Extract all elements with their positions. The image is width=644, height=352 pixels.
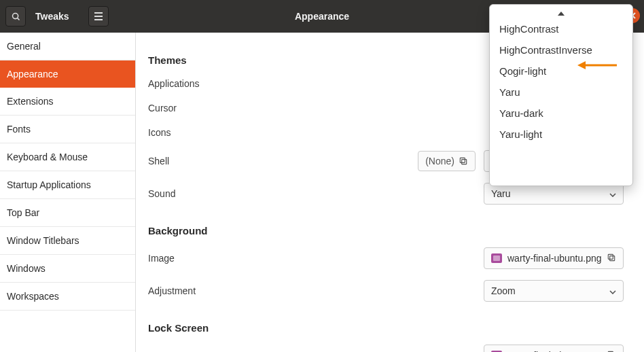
dropdown-item-label: Qogir-light xyxy=(499,65,546,77)
search-icon xyxy=(11,12,21,22)
image-file-icon xyxy=(491,253,502,263)
svg-rect-7 xyxy=(462,160,467,164)
popup-scroll-up[interactable] xyxy=(490,9,632,18)
sidebar-item-label: Extensions xyxy=(7,96,53,107)
dropdown-item-label: HighContrastInverse xyxy=(499,44,592,56)
svg-rect-8 xyxy=(460,158,465,162)
sidebar-item-label: Windows xyxy=(7,263,46,274)
dropdown-item-label: Yaru-dark xyxy=(499,107,543,119)
sidebar-item-label: Workspaces xyxy=(7,291,59,302)
bg-image-chooser[interactable]: warty-final-ubuntu.png xyxy=(484,247,624,269)
sidebar-item-label: Top Bar xyxy=(7,207,39,218)
dropdown-item-yaru-light[interactable]: Yaru-light xyxy=(490,124,632,145)
dropdown-item-label: Yaru xyxy=(499,86,520,98)
sidebar-item-keyboard-mouse[interactable]: Keyboard & Mouse xyxy=(0,143,135,171)
sidebar-item-top-bar[interactable]: Top Bar xyxy=(0,199,135,227)
svg-marker-13 xyxy=(558,12,565,16)
sidebar-item-windows[interactable]: Windows xyxy=(0,255,135,283)
chevron-down-icon xyxy=(609,285,616,296)
dropdown-item-yaru-dark[interactable]: Yaru-dark xyxy=(490,103,632,124)
label-bg-image: Image xyxy=(148,253,175,264)
copy-icon xyxy=(607,350,616,353)
sidebar-item-workspaces[interactable]: Workspaces xyxy=(0,283,135,311)
section-title-lockscreen: Lock Screen xyxy=(148,322,624,334)
app-title: Tweaks xyxy=(35,11,69,22)
dropdown-item-label: HighContrast xyxy=(499,23,559,35)
sidebar-item-label: Fonts xyxy=(7,124,31,135)
svg-rect-10 xyxy=(608,254,613,259)
svg-rect-9 xyxy=(610,256,615,260)
label-bg-adjustment: Adjustment xyxy=(148,285,196,296)
menu-button[interactable] xyxy=(88,6,109,27)
sidebar-item-startup-applications[interactable]: Startup Applications xyxy=(0,171,135,199)
dropdown-item-qogir-light[interactable]: Qogir-light xyxy=(490,60,632,82)
copy-icon xyxy=(607,253,616,264)
label-sound: Sound xyxy=(148,188,175,199)
label-cursor: Cursor xyxy=(148,103,177,113)
label-applications: Applications xyxy=(148,78,200,89)
label-shell: Shell xyxy=(148,156,169,166)
dropdown-item-label: Yaru-light xyxy=(499,128,542,140)
shell-file-chooser[interactable]: (None) xyxy=(418,151,476,171)
svg-point-0 xyxy=(12,13,18,18)
svg-line-1 xyxy=(17,18,19,20)
bg-adjustment-combo[interactable]: Zoom xyxy=(484,280,624,302)
sidebar-item-general[interactable]: General xyxy=(0,33,135,60)
sidebar-item-label: General xyxy=(7,41,41,52)
applications-theme-dropdown: HighContrast HighContrastInverse Qogir-l… xyxy=(489,4,633,186)
dropdown-item-yaru[interactable]: Yaru xyxy=(490,82,632,103)
dropdown-item-highcontrast[interactable]: HighContrast xyxy=(490,18,632,39)
sidebar-item-extensions[interactable]: Extensions xyxy=(0,88,135,116)
ls-image-chooser[interactable]: warty-final-ubuntu.png xyxy=(484,345,624,352)
chevron-down-icon xyxy=(609,188,616,199)
sidebar: General Appearance Extensions Fonts Keyb… xyxy=(0,33,136,352)
shell-none-label: (None) xyxy=(425,156,454,166)
hamburger-icon xyxy=(94,12,103,20)
sidebar-item-label: Startup Applications xyxy=(7,179,91,190)
sidebar-item-fonts[interactable]: Fonts xyxy=(0,116,135,143)
sidebar-item-label: Appearance xyxy=(7,69,58,80)
sidebar-item-appearance[interactable]: Appearance xyxy=(0,60,135,88)
bg-adjustment-value: Zoom xyxy=(491,285,516,296)
chevron-up-icon xyxy=(558,12,565,16)
dropdown-item-highcontrastinverse[interactable]: HighContrastInverse xyxy=(490,39,632,60)
sidebar-item-label: Keyboard & Mouse xyxy=(7,152,88,162)
sidebar-item-label: Window Titlebars xyxy=(7,235,79,246)
bg-image-value: warty-final-ubuntu.png xyxy=(507,253,602,264)
search-button[interactable] xyxy=(5,6,26,27)
label-icons: Icons xyxy=(148,127,171,138)
sound-value: Yaru xyxy=(491,188,511,199)
copy-icon xyxy=(459,156,468,166)
sidebar-item-window-titlebars[interactable]: Window Titlebars xyxy=(0,227,135,255)
section-title-background: Background xyxy=(148,225,624,236)
